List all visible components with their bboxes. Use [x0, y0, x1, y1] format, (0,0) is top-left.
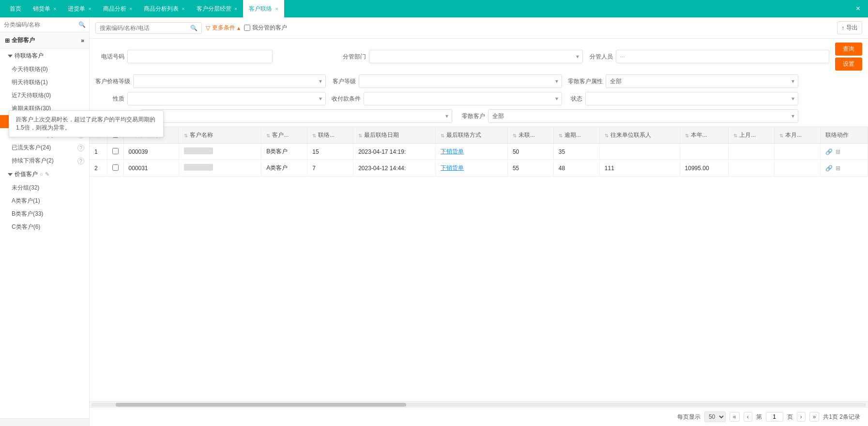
filter-retail-customer-select[interactable]: 全部	[488, 109, 798, 123]
nav-customer-tier-close[interactable]: ×	[234, 6, 237, 12]
more-conditions-btn[interactable]: ▽ 更多条件 ▴	[206, 24, 240, 32]
sidebar-item-continuous-drop[interactable]: 持续下滑客户(2) ?	[0, 154, 89, 167]
row1-action-icon1[interactable]: 🔗	[825, 148, 833, 155]
circle-icon[interactable]: ○	[40, 171, 43, 177]
search-input[interactable]	[100, 25, 190, 31]
nav-product-list-close[interactable]: ×	[182, 6, 184, 12]
row2-action-icon2[interactable]: ⊞	[836, 165, 840, 172]
nav-purchase[interactable]: 进货单 ×	[62, 0, 97, 17]
sidebar-item-7days[interactable]: 近7天待联络(0)	[0, 89, 89, 102]
help-icon-drop[interactable]: ?	[77, 158, 84, 164]
window-close-button[interactable]: ×	[852, 4, 864, 13]
sidebar-search-input[interactable]	[4, 21, 76, 28]
my-customers-checkbox-wrap: 我分管的客户	[244, 24, 287, 32]
manager-dots: ···	[620, 53, 625, 60]
col-unit-contact[interactable]: 往来单位联系人	[599, 127, 680, 144]
edit-icon[interactable]: ✎	[45, 171, 49, 177]
chevron-up-icon: ▴	[237, 25, 240, 31]
nav-customer-contact-close[interactable]: ×	[275, 6, 278, 12]
sidebar-search-icon[interactable]: 🔍	[78, 21, 86, 28]
row2-select-checkbox[interactable]	[112, 164, 119, 171]
row1-action[interactable]: 🔗 ⊞	[821, 144, 868, 160]
help-icon-already-lost[interactable]: ?	[77, 145, 84, 151]
filter-row-1: 电话号码 分管部门 分管人员 ··· 查询 设置	[95, 43, 862, 71]
filter-dept-select[interactable]	[369, 50, 582, 63]
scrollbar-thumb[interactable]	[116, 403, 406, 407]
col-last-contact-method[interactable]: 最后联络方式	[436, 127, 508, 144]
my-customers-checkbox[interactable]	[244, 25, 250, 31]
query-button[interactable]: 查询	[835, 43, 862, 56]
col-unread[interactable]: 未联...	[507, 127, 553, 144]
col-last-contact-date[interactable]: 最后联络日期	[353, 127, 436, 144]
triangle-down-icon	[8, 55, 13, 58]
sidebar-search-area: 🔍	[0, 17, 89, 32]
filter-price-level-select[interactable]	[133, 74, 326, 88]
prev-page-button[interactable]: ‹	[744, 412, 752, 422]
col-overdue[interactable]: 逾期...	[553, 127, 599, 144]
collapse-icon[interactable]: »	[81, 37, 84, 44]
filter-gender-select[interactable]	[127, 92, 326, 105]
page-size-select[interactable]: 50	[704, 411, 726, 422]
nav-product-list[interactable]: 商品分析列表 ×	[138, 0, 190, 17]
col-this-year[interactable]: 本年...	[680, 127, 729, 144]
row1-this-year	[680, 144, 729, 160]
row1-category: B类客户	[261, 144, 307, 160]
sidebar-pending-contact-group[interactable]: 待联络客户	[0, 49, 89, 63]
sort-icon-unread	[513, 132, 517, 139]
first-page-button[interactable]: «	[730, 412, 740, 422]
sidebar-item-unclassified[interactable]: 未分组(32)	[0, 181, 89, 194]
row2-code: 000031	[123, 160, 179, 176]
filter-customer-type-select[interactable]	[141, 109, 452, 123]
settings-button[interactable]: 设置	[835, 58, 862, 71]
row2-name[interactable]	[179, 160, 261, 176]
row1-last-method[interactable]: 下销货单	[436, 144, 508, 160]
filter-phone-input[interactable]	[127, 50, 273, 63]
sidebar-all-customers[interactable]: ⊞ 全部客户 »	[0, 32, 89, 49]
nav-customer-tier[interactable]: 客户分层经营 ×	[191, 0, 243, 17]
row1-select-checkbox[interactable]	[112, 148, 119, 154]
nav-customer-contact[interactable]: 客户联络 ×	[243, 0, 284, 17]
toolbar-search-icon[interactable]: 🔍	[190, 25, 198, 31]
filter-gender-wrap	[127, 92, 326, 105]
nav-sales-close[interactable]: ×	[53, 6, 56, 12]
filter-customer-level-select[interactable]	[359, 74, 562, 88]
sidebar-item-today[interactable]: 今天待联络(0)	[0, 63, 89, 76]
col-this-month[interactable]: 本月...	[775, 127, 821, 144]
sidebar-item-already-lost[interactable]: 已流失客户(24) ?	[0, 141, 89, 154]
page-input[interactable]: 1	[766, 412, 783, 422]
next-page-button[interactable]: ›	[797, 412, 806, 422]
sidebar-item-a-class[interactable]: A类客户(1)	[0, 194, 89, 207]
sidebar-value-customer-group[interactable]: 价值客户 ○ ✎	[0, 167, 89, 181]
sidebar: 🔍 ⊞ 全部客户 » 待联络客户 今天待联络(0) 明天待联络(1)	[0, 17, 90, 426]
nav-sales[interactable]: 销货单 ×	[27, 0, 62, 17]
row1-name[interactable]	[179, 144, 261, 160]
filter-status: 状态	[568, 92, 798, 105]
filter-payment-select[interactable]	[364, 92, 562, 105]
filter-retail-attr-select[interactable]: 全部	[606, 74, 798, 88]
filter-retail-attr: 零散客户属性 全部	[568, 74, 798, 88]
filter-payment: 收付款条件	[332, 92, 562, 105]
sidebar-item-b-class[interactable]: B类客户(33)	[0, 207, 89, 220]
col-customer-name[interactable]: 客户名称	[179, 127, 261, 144]
nav-purchase-close[interactable]: ×	[88, 6, 91, 12]
row2-action-icon1[interactable]: 🔗	[825, 165, 833, 172]
nav-home[interactable]: 首页	[4, 0, 27, 17]
nav-product-analysis[interactable]: 商品分析 ×	[97, 0, 138, 17]
sidebar-item-c-class[interactable]: C类客户(6)	[0, 220, 89, 234]
row1-action-icon2[interactable]: ⊞	[836, 148, 840, 155]
row2-last-method[interactable]: 下销货单	[436, 160, 508, 176]
filter-gender: 性质	[95, 92, 326, 105]
export-button[interactable]: ↑ 导出	[837, 21, 862, 34]
horizontal-scrollbar[interactable]	[90, 401, 868, 407]
nav-product-analysis-close[interactable]: ×	[129, 6, 132, 12]
filter-status-select[interactable]	[585, 92, 798, 105]
col-contact-count[interactable]: 联络...	[307, 127, 353, 144]
row2-action[interactable]: 🔗 ⊞	[821, 160, 868, 176]
row1-index: 1	[90, 144, 107, 160]
sort-icon-date	[358, 132, 362, 139]
sidebar-item-tomorrow[interactable]: 明天待联络(1)	[0, 76, 89, 89]
col-category[interactable]: 客户...	[261, 127, 307, 144]
col-last-month[interactable]: 上月...	[729, 127, 775, 144]
last-page-button[interactable]: »	[809, 412, 820, 422]
filter-status-wrap	[585, 92, 798, 105]
